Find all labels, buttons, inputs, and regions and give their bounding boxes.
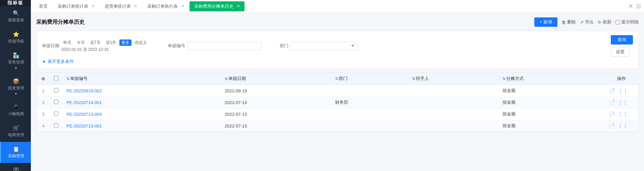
wholesale-icon: 📦 bbox=[13, 78, 19, 84]
ecommerce-icon: 🛒 bbox=[13, 125, 19, 131]
row-split-method-cell: 按金额 bbox=[498, 85, 605, 97]
sidebar-item-inventory[interactable]: 🗄️ 库存核算 bbox=[0, 163, 31, 171]
filter-area: 单据日期 昨天 今天 近7天 近1月 更多 自定义 2022-01-01 至 2… bbox=[36, 31, 639, 69]
close-all-tabs-icon[interactable]: ✕ bbox=[629, 3, 633, 9]
doc-no-link[interactable]: PE-20220919-002 bbox=[66, 88, 102, 93]
col-settings[interactable]: ⚙ bbox=[37, 73, 50, 85]
sidebar-item-miniapp[interactable]: 📱 小畅电商 bbox=[0, 100, 31, 121]
sidebar-item-ecommerce[interactable]: 🛒 电商管理 bbox=[0, 121, 31, 142]
table-row: 4 PE-20220713-001 2022-07-13 按金额 📄 ⋮⋮ bbox=[37, 120, 638, 132]
tab-purchase-order-exec[interactable]: 采购订单执行表 ✕ bbox=[143, 1, 189, 11]
col-checkbox bbox=[50, 73, 62, 85]
row-split-method-cell: 按金额 bbox=[498, 97, 605, 108]
more-icon[interactable]: ⋮⋮ bbox=[618, 111, 628, 117]
tab-close-purchase-order-stats[interactable]: ✕ bbox=[92, 4, 95, 8]
refresh-button[interactable]: ↻ 刷新 bbox=[598, 19, 611, 25]
row-doc-no-cell: PE-20220919-002 bbox=[62, 85, 221, 97]
expand-filter-button[interactable]: ▼ 展开更多条件 bbox=[42, 59, 633, 65]
setting-button[interactable]: 设置 bbox=[611, 47, 630, 57]
doc-no-link[interactable]: PE-20220714-001 bbox=[66, 100, 102, 105]
date-shortcut-yesterday[interactable]: 昨天 bbox=[61, 39, 73, 46]
view-icon[interactable]: 📄 bbox=[609, 123, 615, 129]
tab-close-purchase-goods-stats[interactable]: ✕ bbox=[134, 4, 137, 8]
tab-purchase-goods-stats[interactable]: 进货单统计表 ✕ bbox=[100, 1, 142, 11]
add-button[interactable]: + 新增 bbox=[534, 17, 557, 27]
date-range-display: 2022-01-01 至 2022-12-31 bbox=[61, 47, 149, 53]
row-doc-date-cell: 2022-07-13 bbox=[221, 120, 331, 132]
header-actions: + 新增 🗑 删除 ↗ 导出 ↻ 刷新 显示明细 bbox=[534, 17, 639, 27]
sidebar-logo: 指标板 bbox=[0, 0, 31, 6]
row-dept-cell bbox=[331, 85, 408, 97]
col-op: 操作 bbox=[605, 73, 638, 85]
col-handler[interactable]: ⇅经手人 bbox=[408, 73, 498, 85]
restore-window-icon[interactable]: ⊡ bbox=[636, 3, 641, 9]
row-dept-cell bbox=[331, 120, 408, 132]
docno-filter-input[interactable] bbox=[187, 42, 261, 50]
view-icon[interactable]: 📄 bbox=[609, 111, 615, 117]
sidebar-item-label: 批发管理 bbox=[8, 85, 24, 91]
sidebar-item-quicknav[interactable]: ⭐ 快捷导航 bbox=[0, 27, 31, 48]
col-split-method[interactable]: ⇅分摊方式 bbox=[498, 73, 605, 85]
date-shortcut-today[interactable]: 今天 bbox=[75, 39, 87, 46]
view-icon[interactable]: 📄 bbox=[609, 99, 615, 105]
col-doc-no[interactable]: ⇅单据编号 bbox=[62, 73, 221, 85]
view-icon[interactable]: 📄 bbox=[609, 88, 615, 94]
row-checkbox-cell bbox=[50, 108, 62, 120]
delete-button[interactable]: 🗑 删除 bbox=[561, 19, 576, 25]
date-shortcuts: 昨天 今天 近7天 近1月 更多 自定义 bbox=[61, 39, 149, 46]
sidebar-item-retail[interactable]: 🏪 零售管理 ▼ bbox=[0, 48, 31, 74]
col-doc-date[interactable]: ⇅单据日期 bbox=[221, 73, 331, 85]
filter-row: 单据日期 昨天 今天 近7天 近1月 更多 自定义 2022-01-01 至 2… bbox=[42, 35, 633, 57]
row-checkbox[interactable] bbox=[54, 100, 58, 104]
more-icon[interactable]: ⋮⋮ bbox=[618, 123, 628, 129]
tab-purchase-cost-split[interactable]: 采购费用分摊单历史 ✕ bbox=[190, 1, 245, 11]
doc-no-link[interactable]: PE-20220713-003 bbox=[66, 112, 102, 117]
table-body: 1 PE-20220919-002 2022-09-19 按金额 📄 ⋮⋮ 2 … bbox=[37, 85, 638, 132]
show-columns-checkbox[interactable] bbox=[615, 20, 620, 24]
show-columns-label[interactable]: 显示明细 bbox=[615, 19, 639, 25]
chevron-down-icon: ▼ bbox=[14, 92, 18, 96]
filter-docno: 单据编号 bbox=[168, 42, 261, 50]
row-op-cell: 📄 ⋮⋮ bbox=[605, 108, 638, 120]
date-shortcut-custom[interactable]: 自定义 bbox=[133, 39, 149, 46]
row-checkbox[interactable] bbox=[54, 111, 58, 116]
table-row: 2 PE-20220714-001 2022-07-14 财务部 按金额 📄 ⋮… bbox=[37, 97, 638, 108]
sidebar-item-label: 电商管理 bbox=[8, 132, 24, 138]
row-handler-cell bbox=[408, 120, 498, 132]
page-body: 采购费用分摊单历史 + 新增 🗑 删除 ↗ 导出 ↻ 刷新 显示明细 bbox=[31, 13, 644, 171]
export-button[interactable]: ↗ 导出 bbox=[580, 19, 594, 25]
tab-close-purchase-order-exec[interactable]: ✕ bbox=[181, 4, 184, 8]
row-checkbox[interactable] bbox=[54, 123, 58, 127]
row-checkbox-cell bbox=[50, 97, 62, 108]
tab-home[interactable]: 首页 bbox=[34, 1, 52, 11]
row-checkbox[interactable] bbox=[54, 88, 58, 92]
row-settings-cell: 3 bbox=[37, 108, 50, 120]
page-header: 采购费用分摊单历史 + 新增 🗑 删除 ↗ 导出 ↻ 刷新 显示明细 bbox=[36, 17, 639, 27]
select-all-checkbox[interactable] bbox=[54, 76, 58, 80]
tab-purchase-order-stats[interactable]: 采购订单统计表 ✕ bbox=[53, 1, 99, 11]
dept-filter-select[interactable] bbox=[290, 42, 358, 50]
tab-close-purchase-cost-split[interactable]: ✕ bbox=[237, 4, 240, 8]
table-row: 3 PE-20220713-003 2022-07-13 按金额 📄 ⋮⋮ bbox=[37, 108, 638, 120]
delete-icon: 🗑 bbox=[561, 20, 566, 25]
sidebar-item-wholesale[interactable]: 📦 批发管理 ▼ bbox=[0, 74, 31, 100]
sidebar-item-label: 小畅电商 bbox=[8, 111, 24, 117]
tab-bar: 首页 采购订单统计表 ✕ 进货单统计表 ✕ 采购订单执行表 ✕ 采购费用分摊单历… bbox=[31, 0, 644, 13]
row-doc-date-cell: 2022-07-13 bbox=[221, 108, 331, 120]
more-icon[interactable]: ⋮⋮ bbox=[618, 99, 628, 105]
doc-no-link[interactable]: PE-20220713-001 bbox=[66, 123, 102, 129]
col-dept[interactable]: ⇅部门 bbox=[331, 73, 408, 85]
date-shortcut-more[interactable]: 更多 bbox=[119, 39, 131, 46]
sidebar-item-label: 搜索菜单 bbox=[8, 17, 24, 23]
sidebar-item-search[interactable]: 🔍 搜索菜单 bbox=[0, 6, 31, 27]
row-doc-no-cell: PE-20220713-003 bbox=[62, 108, 221, 120]
date-shortcut-7days[interactable]: 近7天 bbox=[88, 39, 103, 46]
date-shortcut-1month[interactable]: 近1月 bbox=[104, 39, 118, 46]
search-button[interactable]: 查询 bbox=[611, 35, 633, 45]
more-icon[interactable]: ⋮⋮ bbox=[618, 88, 628, 94]
sidebar-item-purchase[interactable]: 📋 采购管理 bbox=[0, 142, 31, 163]
row-dept-cell bbox=[331, 108, 408, 120]
export-icon: ↗ bbox=[580, 20, 584, 25]
row-dept-cell: 财务部 bbox=[331, 97, 408, 108]
sidebar-item-label: 零售管理 bbox=[8, 60, 24, 65]
